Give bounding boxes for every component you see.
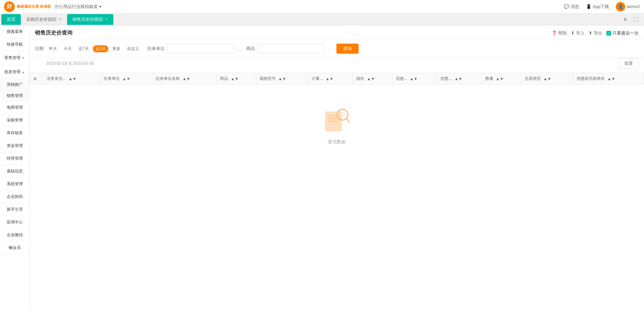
sort-icon-spec: ▲▼ [278,76,286,81]
sidebar-item-app-center[interactable]: 应用中心 [0,216,29,229]
sidebar-item-operations[interactable]: 经营管理 [0,152,29,165]
page-title: 销售历史价查询 [35,30,72,37]
goods-ellipsis[interactable]: ... [327,46,331,51]
th-pre-tax-price[interactable]: 优惠前无税单价 ▲▼ [573,73,644,85]
tab-purchase-history[interactable]: 采购历史价跟踪 ✕ [21,14,67,25]
th-discount1[interactable]: 优惠... ▲▼ [392,73,437,85]
only-last-checkbox[interactable]: ✓ [606,31,611,36]
workspace-dropdown-icon: ▾ [99,4,102,9]
empty-svg [322,105,352,135]
date-options: 昨天 今天 近7天 近1月 更多 自定义 [46,45,142,52]
th-partner-code[interactable]: 往来单位 ▲▼ [100,73,152,85]
tab-bar: 首页 采购历史价跟踪 ✕ 销售历史价跟踪 ✕ ✕ ⛶ [0,13,644,25]
sidebar-item-purchase[interactable]: 采购管理 [0,114,29,127]
th-gear[interactable]: ⚙ [30,73,43,85]
system-label: 系统管理 [7,181,23,187]
th-partner-name[interactable]: 往来单位名称 ▲▼ [152,73,217,85]
wechat-label: 企业微信 [7,232,23,238]
goods-input[interactable] [258,44,325,53]
only-last-checkbox-label[interactable]: ✓ 只看最后一次 [606,30,639,36]
help-link[interactable]: ❓ 帮助 [551,30,567,36]
th-quantity[interactable]: 数量 ▲▼ [482,73,521,85]
th-goods[interactable]: 商品 ▲▼ [217,73,256,85]
table-container[interactable]: ⚙ 业务发生... ▲▼ 往来单位 ▲▼ 往来单位名称 [30,73,644,310]
th-trade-type[interactable]: 交易类型 ▲▼ [521,73,573,85]
sidebar-item-system[interactable]: 系统管理 [0,178,29,191]
empty-text: 暂无数据 [328,139,345,145]
tab-sales-close[interactable]: ✕ [105,17,108,21]
sidebar-item-quick-nav[interactable]: 快捷导航 [0,38,29,51]
sort-icon-discount2: ▲▼ [454,76,463,81]
sidebar-item-basic-info[interactable]: 基础信息 [0,165,29,178]
inventory-label: 库存核算 [7,130,23,136]
tab-sales-label: 销售历史价跟踪 [72,16,103,22]
app-download-action[interactable]: 📱 App下载 [586,4,609,10]
app-center-label: 应用中心 [7,219,23,225]
wholesale-arrow: ▲ [22,70,25,74]
message-label: 消息 [571,4,579,10]
workspace-selector[interactable]: 办公用品行业模拟账套 ▾ [54,4,102,10]
th-biz-date-label: 业务发生... [47,76,66,81]
th-unit[interactable]: 计量... ▲▼ [308,73,353,85]
tab-home[interactable]: 首页 [1,14,21,25]
svg-rect-3 [328,121,337,122]
page-content: 销售历史价查询 ❓ 帮助 ⬇ 导入 ⬆ 导出 ✓ [30,25,644,310]
date-btn-custom[interactable]: 自定义 [124,45,142,52]
partner-ellipsis[interactable]: ... [237,46,241,51]
sidebar-item-finance[interactable]: 资金管理 [0,140,29,152]
sort-icon-quantity: ▲▼ [496,76,504,81]
sidebar: 搜索菜单 快捷导航 零售管理 ▼ 批发管理 ▲ 营销推广 销售管理 电商管理 采… [0,25,30,310]
th-biz-date[interactable]: 业务发生... ▲▼ [43,73,100,85]
goods-label: 商品 [246,46,255,52]
export-link[interactable]: ⬆ 导出 [589,30,602,36]
th-trade-type-label: 交易类型 [525,76,541,81]
sidebar-item-retail[interactable]: 零售管理 ▼ [0,51,29,65]
date-btn-1month[interactable]: 近1月 [93,45,109,52]
sort-icon-pre-tax-price: ▲▼ [607,76,615,81]
tab-sales-history[interactable]: 销售历史价跟踪 ✕ [67,14,113,25]
operations-label: 经营管理 [7,156,23,161]
sidebar-item-wholesale[interactable]: 批发管理 ▲ [0,65,29,79]
sidebar-item-wechat[interactable]: 企业微信 [0,229,29,242]
import-label: 导入 [576,30,585,36]
sidebar-item-guide[interactable]: 新手引导 [0,203,29,216]
tab-purchase-close[interactable]: ✕ [59,17,62,21]
partner-input[interactable] [167,44,234,53]
help-label: 帮助 [558,30,567,36]
import-link[interactable]: ⬇ 导入 [571,30,585,36]
wholesale-label: 批发管理 [4,69,20,75]
content-area: 销售历史价查询 ❓ 帮助 ⬇ 导入 ⬆ 导出 ✓ [30,25,644,310]
export-label: 导出 [594,30,602,36]
date-btn-today[interactable]: 今天 [61,45,74,52]
svg-rect-2 [328,118,336,119]
sidebar-item-enterprise[interactable]: 企业协同 [0,191,29,203]
sidebar-item-search-menu[interactable]: 搜索菜单 [0,25,29,38]
sidebar-item-inventory[interactable]: 库存核算 [0,127,29,140]
message-action[interactable]: 💬 消息 [564,4,579,10]
th-spec[interactable]: 规格型号 ▲▼ [256,73,308,85]
settings-button[interactable]: 设置 [619,58,639,69]
sidebar-item-ecommerce[interactable]: 电商管理 [0,101,29,114]
sidebar-item-sales-mgmt[interactable]: 销售管理 [0,90,29,101]
message-icon: 💬 [564,4,569,9]
user-area[interactable]: 👤 demo2 [616,2,640,11]
only-last-label: 只看最后一次 [612,30,639,36]
header-left: 好 畅捷通好生意 标准版 办公用品行业模拟账套 ▾ [4,1,102,12]
date-btn-yesterday[interactable]: 昨天 [46,45,60,52]
sidebar-item-member[interactable]: 畅会员 [0,242,29,254]
query-button[interactable]: 查询 [336,44,359,54]
date-label: 日期 [35,46,44,52]
th-quote[interactable]: 报价 ▲▼ [353,73,392,85]
sort-icon-biz-date: ▲▼ [68,76,76,81]
empty-illustration [322,105,352,135]
tab-close-all-btn[interactable]: ✕ [621,15,629,23]
date-btn-more[interactable]: 更多 [110,45,123,52]
th-quantity-label: 数量 [485,76,493,81]
tab-home-label: 首页 [7,16,15,22]
th-partner-name-label: 往来单位名称 [156,76,180,81]
th-discount2[interactable]: 优惠... ▲▼ [437,73,482,85]
logo-text: 畅捷通好生意 标准版 [17,4,51,9]
tab-maximize-btn[interactable]: ⛶ [632,15,640,23]
sidebar-item-marketing[interactable]: 营销推广 [0,79,29,90]
date-btn-7days[interactable]: 近7天 [76,45,92,52]
